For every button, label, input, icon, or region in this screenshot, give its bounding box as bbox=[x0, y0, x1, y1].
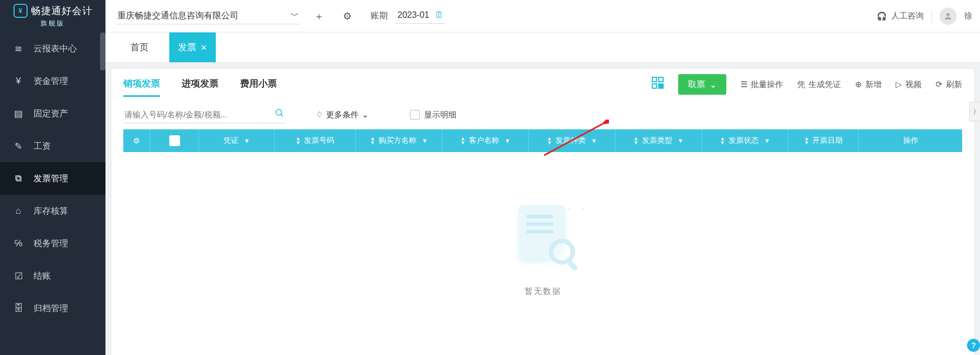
column-customer[interactable]: ▲▼客户名称▼ bbox=[442, 129, 529, 152]
sidebar-item-archive[interactable]: 🗄归档管理 bbox=[0, 292, 105, 325]
column-invoice-no[interactable]: ▲▼发票号码 bbox=[275, 129, 356, 152]
svg-point-0 bbox=[946, 13, 950, 16]
sidebar-item-tax[interactable]: ℅税务管理 bbox=[0, 227, 105, 260]
filter-icon: ▼ bbox=[764, 137, 770, 144]
add-button[interactable]: ＋ bbox=[310, 7, 328, 25]
tab-invoice[interactable]: 发票 ✕ bbox=[169, 32, 216, 62]
column-voucher[interactable]: 凭证▼ bbox=[199, 129, 275, 152]
fetch-invoice-button[interactable]: 取票 ⌄ bbox=[678, 74, 726, 95]
sidebar-item-label: 资金管理 bbox=[34, 76, 68, 87]
divider bbox=[931, 10, 932, 23]
brand-name: 畅捷通好会计 bbox=[31, 4, 92, 17]
qrcode-icon[interactable] bbox=[651, 76, 664, 93]
more-filters[interactable]: ♢ 更多条件 ⌄ bbox=[316, 110, 369, 120]
list-icon: ☰ bbox=[740, 80, 747, 89]
play-icon: ▷ bbox=[896, 80, 902, 89]
filter-icon: ▼ bbox=[591, 137, 597, 144]
column-invoice-kind[interactable]: ▲▼发票种类▼ bbox=[529, 129, 615, 152]
building-icon: ▤ bbox=[13, 108, 24, 120]
filter-icon: ▼ bbox=[244, 137, 250, 144]
edit-icon: ✎ bbox=[13, 141, 24, 152]
svg-line-9 bbox=[281, 114, 283, 116]
add-button[interactable]: ⊕新增 bbox=[855, 80, 882, 90]
empty-state: · · · · 暂无数据 bbox=[111, 195, 974, 297]
sidebar-item-assets[interactable]: ▤固定资产 bbox=[0, 97, 105, 130]
column-buyer[interactable]: ▲▼购买方名称▼ bbox=[356, 129, 442, 152]
column-settings[interactable]: ⚙ bbox=[123, 129, 150, 152]
filter-icon: ▼ bbox=[422, 137, 428, 144]
column-issue-date[interactable]: ▲▼开票日期 bbox=[789, 129, 859, 152]
sidebar-item-salary[interactable]: ✎工资 bbox=[0, 130, 105, 162]
chevron-down-icon: ⌄ bbox=[362, 110, 369, 120]
toolbar: 取票 ⌄ ☰批量操作 凭生成凭证 ⊕新增 ▷视频 ⟳刷新 bbox=[651, 74, 962, 95]
column-label: 凭证 bbox=[223, 136, 239, 146]
calendar-icon: 🗓 bbox=[435, 10, 443, 20]
search-icon[interactable] bbox=[275, 108, 284, 121]
svg-rect-6 bbox=[659, 87, 660, 88]
generate-voucher-button[interactable]: 凭生成凭证 bbox=[797, 80, 841, 90]
button-label: 视频 bbox=[905, 80, 922, 90]
logo-icon: ¥ bbox=[14, 4, 28, 18]
empty-illustration: · · · · bbox=[497, 195, 589, 277]
sidebar-item-fund[interactable]: ¥资金管理 bbox=[0, 65, 105, 97]
company-name: 重庆畅捷交通信息咨询有限公司 bbox=[117, 10, 239, 22]
sidebar-item-label: 归档管理 bbox=[34, 303, 68, 314]
batch-button[interactable]: ☰批量操作 bbox=[740, 80, 783, 90]
period-picker[interactable]: 2023-01 🗓 bbox=[395, 8, 446, 24]
column-invoice-status[interactable]: ▲▼发票状态▼ bbox=[702, 129, 789, 152]
refresh-button[interactable]: ⟳刷新 bbox=[936, 80, 962, 90]
tab-home[interactable]: 首页 bbox=[122, 32, 157, 62]
column-invoice-type[interactable]: ▲▼发票类型▼ bbox=[615, 129, 702, 152]
sidebar-item-label: 库存核算 bbox=[34, 206, 68, 217]
svg-rect-4 bbox=[659, 84, 660, 86]
collapse-handle[interactable]: ⟩ bbox=[969, 102, 980, 121]
invoice-icon: ⧉ bbox=[13, 173, 24, 184]
sort-icon: ▲▼ bbox=[804, 136, 810, 145]
chevron-down-icon: ﹀ bbox=[290, 10, 299, 22]
sidebar-item-report-center[interactable]: ≋云报表中心 bbox=[0, 32, 105, 65]
close-icon[interactable]: ✕ bbox=[201, 43, 207, 52]
checkbox-icon bbox=[410, 110, 420, 120]
svg-rect-3 bbox=[652, 84, 657, 88]
chevron-down-icon: ⌄ bbox=[710, 80, 717, 90]
sidebar-item-label: 工资 bbox=[34, 141, 51, 152]
archive-icon: 🗄 bbox=[13, 303, 24, 314]
sort-icon: ▲▼ bbox=[370, 136, 375, 145]
button-label: 批量操作 bbox=[751, 80, 783, 90]
sidebar-item-label: 固定资产 bbox=[34, 108, 68, 120]
brand-edition: 旗舰版 bbox=[41, 19, 65, 28]
help-badge[interactable]: ? bbox=[967, 339, 980, 352]
app-header: ¥ 畅捷通好会计 旗舰版 重庆畅捷交通信息咨询有限公司 ﹀ ＋ ⚙ 账期 202… bbox=[0, 0, 980, 32]
plus-circle-icon: ⊕ bbox=[855, 80, 862, 89]
svg-point-8 bbox=[276, 109, 282, 115]
sidebar-item-label: 结账 bbox=[34, 271, 51, 282]
support-link[interactable]: 🎧 人工咨询 bbox=[877, 11, 924, 21]
button-label: 新增 bbox=[865, 80, 882, 90]
headset-icon: 🎧 bbox=[877, 11, 887, 21]
sort-icon: ▲▼ bbox=[547, 136, 552, 145]
home-icon: ⌂ bbox=[13, 206, 24, 216]
content-panel: 销项发票 进项发票 费用小票 取票 ⌄ ☰批量操作 凭生成凭证 ⊕新增 ▷视频 … bbox=[111, 68, 975, 355]
select-all-column[interactable] bbox=[150, 129, 199, 152]
sidebar-item-invoice[interactable]: ⧉发票管理 bbox=[0, 162, 105, 195]
sort-icon: ▲▼ bbox=[720, 136, 725, 145]
checkbox-icon bbox=[169, 135, 180, 146]
column-label: 发票类型 bbox=[642, 136, 672, 146]
video-button[interactable]: ▷视频 bbox=[896, 80, 922, 90]
subtab-sales[interactable]: 销项发票 bbox=[123, 72, 160, 97]
sidebar-item-label: 发票管理 bbox=[34, 173, 68, 185]
sidebar-item-inventory[interactable]: ⌂库存核算 bbox=[0, 195, 105, 227]
main-area: 首页 发票 ✕ 销项发票 进项发票 费用小票 取票 ⌄ ☰批量操作 凭生成 bbox=[105, 32, 980, 355]
search-input[interactable] bbox=[124, 110, 275, 119]
company-selector[interactable]: 重庆畅捷交通信息咨询有限公司 ﹀ bbox=[116, 8, 300, 24]
sidebar-scrollbar[interactable] bbox=[100, 32, 105, 70]
svg-rect-1 bbox=[652, 77, 657, 82]
settings-icon[interactable]: ⚙ bbox=[338, 7, 356, 25]
subtab-purchase[interactable]: 进项发票 bbox=[182, 72, 218, 97]
page-tabs: 首页 发票 ✕ bbox=[105, 32, 980, 63]
show-detail-toggle[interactable]: 显示明细 bbox=[410, 110, 456, 120]
avatar[interactable] bbox=[939, 8, 957, 25]
period-label: 账期 bbox=[370, 10, 388, 22]
subtab-expense[interactable]: 费用小票 bbox=[240, 72, 277, 97]
sidebar-item-close[interactable]: ☑结账 bbox=[0, 260, 105, 292]
